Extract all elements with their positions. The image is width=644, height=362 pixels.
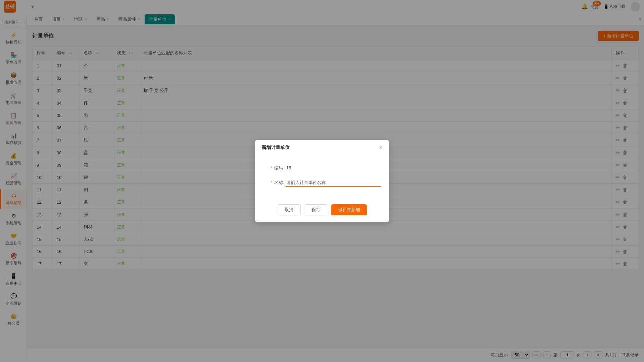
save-button[interactable]: 保存 [305, 204, 327, 215]
dialog-footer: 取消 保存 保存并新增 [255, 199, 389, 222]
dialog-header: 新增计量单位 × [255, 140, 389, 156]
code-label: * 编码 [263, 165, 283, 171]
name-input[interactable] [286, 179, 381, 187]
add-unit-dialog: 新增计量单位 × * 编码 * 名称 取消 保存 保存并新增 [255, 140, 389, 222]
save-and-new-button[interactable]: 保存并新增 [331, 204, 367, 215]
required-mark: * [271, 180, 272, 185]
dialog-close-button[interactable]: × [379, 145, 382, 150]
cancel-button[interactable]: 取消 [278, 204, 301, 215]
code-input[interactable] [286, 164, 381, 172]
modal-overlay[interactable]: 新增计量单位 × * 编码 * 名称 取消 保存 保存并新增 [0, 0, 644, 362]
form-row-code: * 编码 [263, 164, 381, 172]
dialog-body: * 编码 * 名称 [255, 156, 389, 199]
dialog-title: 新增计量单位 [262, 145, 290, 151]
required-mark: * [271, 165, 272, 170]
form-row-name: * 名称 [263, 179, 381, 187]
name-label: * 名称 [263, 180, 283, 186]
